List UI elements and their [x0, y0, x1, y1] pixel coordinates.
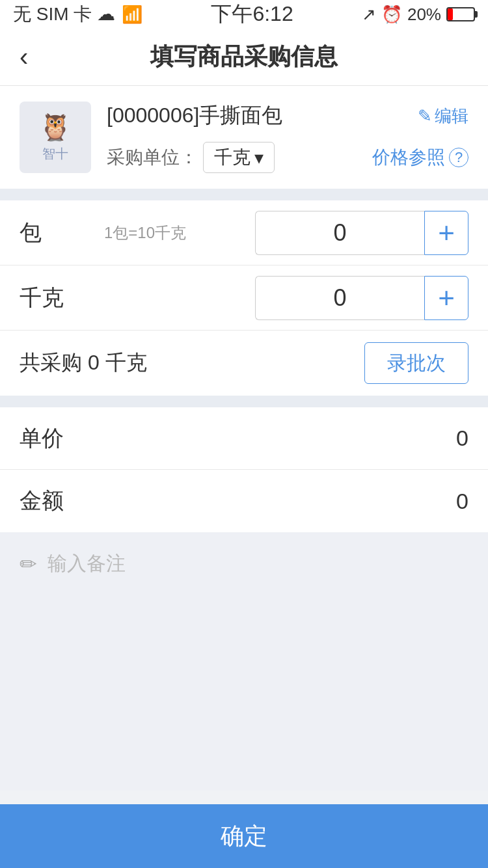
amount-row: 金额 0	[0, 470, 488, 532]
confirm-button[interactable]: 确定	[0, 804, 488, 868]
unit-price-value: 0	[456, 426, 468, 451]
edit-icon: ✎	[418, 106, 432, 126]
product-thumbnail: 🦉 智十	[20, 102, 91, 173]
edit-button[interactable]: ✎ 编辑	[418, 105, 468, 128]
product-thumb-label: 智十	[42, 145, 68, 163]
sim-label: 无 SIM 卡 ☁	[13, 2, 115, 27]
unit-select[interactable]: 千克 ▾	[203, 142, 275, 173]
bottom-spacer	[0, 595, 488, 791]
nav-bar: ‹ 填写商品采购信息	[0, 29, 488, 86]
unit-prefix: 采购单位：	[107, 145, 198, 170]
price-info-section: 单价 0 金额 0	[0, 407, 488, 532]
kg-quantity-input[interactable]	[255, 276, 424, 320]
price-ref-label: 价格参照	[372, 145, 445, 170]
status-bar: 无 SIM 卡 ☁ 📶 下午6:12 ↗ ⏰ 20%	[0, 0, 488, 29]
page-title: 填写商品采购信息	[150, 41, 338, 73]
pencil-icon: ✏	[20, 552, 37, 576]
unit-value: 千克	[214, 145, 251, 170]
unit-price-row: 单价 0	[0, 407, 488, 470]
bao-label: 包	[20, 218, 98, 248]
product-info: [0000006]手撕面包 ✎ 编辑 采购单位： 千克 ▾ 价格参照 ?	[107, 102, 468, 173]
price-ref-icon: ?	[449, 148, 468, 167]
section-divider-2	[0, 396, 488, 407]
bao-input-right: +	[186, 211, 468, 255]
record-batch-button[interactable]: 录批次	[364, 342, 468, 384]
amount-value: 0	[456, 489, 468, 514]
notes-section[interactable]: ✏ 输入备注	[0, 532, 488, 595]
status-left: 无 SIM 卡 ☁ 📶	[13, 2, 142, 27]
quantity-section: 包 1包=10千克 + 千克 +	[0, 200, 488, 331]
back-button[interactable]: ‹	[20, 42, 28, 72]
wifi-icon: 📶	[122, 5, 142, 25]
kg-label: 千克	[20, 283, 98, 313]
confirm-label: 确定	[221, 821, 267, 852]
summary-row: 共采购 0 千克 录批次	[0, 331, 488, 396]
location-icon: ↗	[362, 5, 376, 25]
bao-quantity-input[interactable]	[255, 211, 424, 255]
product-name: [0000006]手撕面包	[107, 102, 282, 130]
battery-icon	[446, 7, 475, 21]
product-thumb-icon: 🦉	[39, 112, 72, 142]
alarm-icon: ⏰	[381, 5, 402, 25]
product-name-row: [0000006]手撕面包 ✎ 编辑	[107, 102, 468, 130]
product-card: 🦉 智十 [0000006]手撕面包 ✎ 编辑 采购单位： 千克 ▾ 价格参照 …	[0, 86, 488, 189]
battery-fill	[448, 8, 453, 20]
bao-sublabel: 1包=10千克	[104, 223, 186, 243]
amount-label: 金额	[20, 486, 64, 516]
kg-input-row: 千克 +	[0, 265, 488, 331]
dropdown-icon: ▾	[254, 147, 264, 169]
section-divider-1	[0, 189, 488, 200]
unit-price-label: 单价	[20, 424, 64, 454]
kg-input-right: +	[98, 276, 468, 320]
bao-input-row: 包 1包=10千克 +	[0, 200, 488, 265]
kg-plus-button[interactable]: +	[424, 276, 468, 320]
summary-text: 共采购 0 千克	[20, 349, 147, 377]
edit-label: 编辑	[435, 105, 468, 128]
product-meta-row: 采购单位： 千克 ▾ 价格参照 ?	[107, 142, 468, 173]
status-right: ↗ ⏰ 20%	[362, 5, 475, 25]
notes-placeholder: 输入备注	[47, 550, 126, 577]
status-time: 下午6:12	[211, 0, 293, 29]
bao-plus-button[interactable]: +	[424, 211, 468, 255]
battery-percent: 20%	[407, 5, 441, 25]
unit-label: 采购单位： 千克 ▾	[107, 142, 275, 173]
price-ref-button[interactable]: 价格参照 ?	[372, 145, 468, 170]
